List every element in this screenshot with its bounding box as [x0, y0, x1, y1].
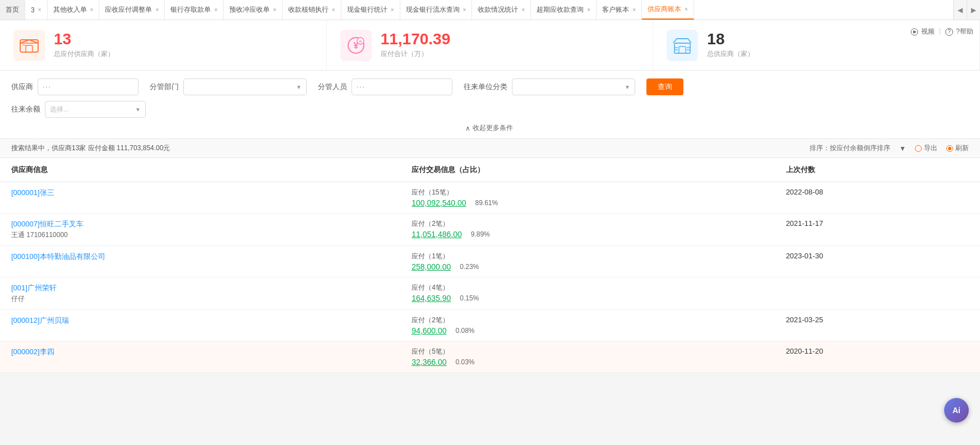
tx-percent: 89.61%: [475, 199, 498, 207]
nav-tab-3-label: 3: [31, 6, 35, 14]
nav-tab-bank-deposit-close[interactable]: ×: [214, 7, 218, 13]
supplier-input[interactable]: ···: [38, 78, 138, 95]
export-button[interactable]: 导出: [915, 143, 937, 153]
payable-total-label: 应付合计（万）: [381, 49, 451, 59]
results-summary: 搜索结果中，供应商13家 应付金额 111,703,854.00元: [11, 143, 170, 153]
tx-label: 应付（2笔）: [412, 316, 763, 325]
tx-amount[interactable]: 94,600.00: [412, 326, 446, 335]
transaction-info-cell: 应付（1笔）258,000.000.23%: [400, 246, 774, 277]
balance-input[interactable]: 选择... ▼: [45, 101, 146, 118]
nav-tab-ar-ap-adjust[interactable]: 应收应付调整单 ×: [99, 0, 165, 20]
tx-amount[interactable]: 258,000.00: [412, 262, 451, 271]
tx-amount-row: 11,051,486.009.89%: [412, 230, 763, 239]
supplier-link[interactable]: [001]广州荣轩: [11, 284, 57, 292]
stat-card-payable-total: ¥ 米 11,170.39 应付合计（万）: [327, 20, 654, 70]
tx-percent: 0.08%: [455, 327, 474, 335]
th-supplier-info: 供应商信息: [0, 158, 400, 182]
last-payment-cell: 2023-01-30: [775, 246, 980, 277]
nav-tab-overdue-ar[interactable]: 超期应收款查询 ×: [531, 0, 597, 20]
refresh-button[interactable]: 刷新: [946, 143, 969, 153]
nav-tab-receipt-verify[interactable]: 收款核销执行 ×: [283, 0, 341, 20]
tx-amount[interactable]: 11,051,486.00: [412, 230, 462, 239]
results-right: 排序：按应付余额倒序排序 ▼ 导出 刷新: [810, 143, 969, 153]
payable-suppliers-label: 总应付供应商（家）: [54, 49, 114, 59]
last-payment-date: 2021-11-17: [786, 219, 824, 228]
nav-tab-bank-deposit[interactable]: 银行存取款单 ×: [165, 0, 224, 20]
nav-tab-ar-ap-adjust-close[interactable]: ×: [155, 7, 159, 13]
nav-next-button[interactable]: ▶: [967, 0, 980, 20]
nav-tab-other-income-close[interactable]: ×: [90, 7, 94, 13]
nav-tab-prepay-offset[interactable]: 预收冲应收单 ×: [224, 0, 283, 20]
supplier-link[interactable]: [000002]李四: [11, 347, 54, 356]
tx-amount[interactable]: 32,366.00: [412, 358, 446, 367]
supplier-link[interactable]: [000012]广州贝瑞: [11, 316, 69, 325]
tx-amount[interactable]: 100,092,540.00: [412, 198, 466, 207]
payable-total-value: 11,170.39: [381, 31, 451, 47]
supplier-link[interactable]: [000001]张三: [11, 188, 54, 197]
table-row: [000002]李四应付（5笔）32,366.000.03%2020-11-20: [0, 341, 980, 373]
unit-chevron-icon: ▼: [625, 84, 630, 90]
nav-tab-receipt-verify-label: 收款核销执行: [288, 5, 329, 15]
last-payment-cell: 2021-03-25: [775, 310, 980, 341]
supplier-link[interactable]: [000007]恒旺二手叉车: [11, 220, 84, 228]
tx-amount-row: 32,366.000.03%: [412, 358, 763, 367]
stat-info-payable-total: 11,170.39 应付合计（万）: [381, 31, 451, 59]
nav-tab-overdue-ar-close[interactable]: ×: [587, 7, 590, 13]
nav-tab-supplier-ledger-close[interactable]: ×: [685, 6, 688, 12]
video-link[interactable]: 视频: [910, 27, 935, 36]
unit-input[interactable]: ▼: [512, 78, 635, 95]
nav-tab-supplier-ledger[interactable]: 供应商账本 ×: [642, 0, 694, 20]
person-input[interactable]: ···: [352, 78, 452, 95]
balance-chevron-icon: ▼: [135, 106, 141, 113]
nav-tab-customer-ledger-label: 客户账本: [602, 5, 629, 15]
tx-percent: 0.23%: [460, 263, 479, 271]
nav-tab-prepay-offset-close[interactable]: ×: [273, 7, 276, 13]
nav-tab-receipt-stat-label: 收款情况统计: [478, 5, 518, 15]
help-link[interactable]: ? ?帮助: [945, 27, 973, 36]
th-last-payment: 上次付数: [775, 158, 980, 182]
person-filter-label: 分管人员: [318, 82, 347, 92]
tx-label: 应付（4笔）: [412, 283, 763, 293]
supplier-filter: 供应商 ···: [11, 78, 138, 95]
nav-tab-other-income[interactable]: 其他收入单 ×: [48, 0, 100, 20]
nav-tab-cash-stat-label: 现金银行统计: [347, 5, 387, 15]
nav-tab-cash-flow-close[interactable]: ×: [463, 7, 466, 13]
nav-tab-receipt-stat[interactable]: 收款情况统计 ×: [472, 0, 531, 20]
sort-direction-icon: ▼: [899, 145, 906, 152]
nav-tab-customer-ledger-close[interactable]: ×: [632, 7, 636, 13]
results-bar: 搜索结果中，供应商13家 应付金额 111,703,854.00元 排序：按应付…: [0, 139, 980, 158]
supplier-info-cell: [000001]张三: [0, 182, 400, 214]
nav-tab-cash-stat[interactable]: 现金银行统计 ×: [341, 0, 400, 20]
data-table-container: 供应商信息 应付交易信息（占比） 上次付数 [000001]张三应付（15笔）1…: [0, 158, 980, 373]
nav-tab-home[interactable]: 首页: [0, 0, 25, 20]
nav-tab-receipt-stat-close[interactable]: ×: [521, 7, 525, 13]
dept-filter-label: 分管部门: [150, 82, 179, 92]
nav-tab-cash-flow[interactable]: 现金银行流水查询 ×: [400, 0, 473, 20]
search-button[interactable]: 查询: [646, 78, 683, 95]
collapse-icon: ∧: [465, 124, 470, 132]
nav-arrows: ◀ ▶: [953, 0, 980, 20]
nav-tab-3[interactable]: 3 ×: [25, 0, 48, 20]
supplier-link[interactable]: [000100]本特勤油品有限公司: [11, 252, 105, 261]
nav-tab-bank-deposit-label: 银行存取款单: [170, 5, 211, 15]
nav-tab-receipt-verify-close[interactable]: ×: [332, 7, 335, 13]
nav-tab-customer-ledger[interactable]: 客户账本 ×: [597, 0, 642, 20]
nav-prev-button[interactable]: ◀: [953, 0, 967, 20]
nav-tab-overdue-ar-label: 超期应收款查询: [537, 5, 584, 15]
stat-card-payable-suppliers: 13 总应付供应商（家）: [0, 20, 327, 70]
dept-input[interactable]: ▼: [183, 78, 307, 95]
nav-tab-3-close[interactable]: ×: [38, 7, 41, 13]
top-right-links: 视频 | ? ?帮助: [910, 27, 974, 36]
supplier-sub-info: 王通 17106110000: [11, 230, 389, 240]
supplier-table: 供应商信息 应付交易信息（占比） 上次付数 [000001]张三应付（15笔）1…: [0, 158, 980, 373]
stats-bar: 13 总应付供应商（家） ¥ 米 11,170.39 应付合计（万）: [0, 20, 980, 71]
nav-tab-prepay-offset-label: 预收冲应收单: [229, 5, 270, 15]
person-input-dots: ···: [357, 83, 366, 91]
collapse-button[interactable]: ∧ 收起更多条件: [11, 123, 969, 133]
filter-area: 供应商 ··· 分管部门 ▼ 分管人员 ··· 往来单位分类 ▼ 查询: [0, 71, 980, 139]
export-radio-icon: [915, 145, 922, 152]
tx-label: 应付（1笔）: [412, 252, 763, 261]
nav-tab-cash-stat-close[interactable]: ×: [391, 7, 394, 13]
supplier-info-cell: [000002]李四: [0, 341, 400, 373]
tx-amount[interactable]: 164,635.90: [412, 294, 451, 303]
